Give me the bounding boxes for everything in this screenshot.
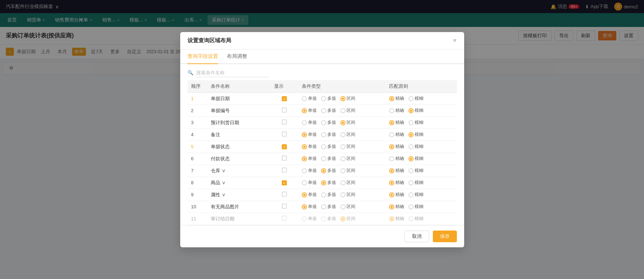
modal-header: 设置查询区域布局 × [180, 32, 464, 50]
tab-query-fields[interactable]: 查询字段设置 [187, 50, 218, 64]
modal-title: 设置查询区域布局 [187, 37, 231, 44]
modal-overlay: 设置查询区域布局 × 查询字段设置 布局调整 🔍 顺序 条件 [0, 0, 644, 78]
modal-close-button[interactable]: × [453, 37, 457, 44]
modal-tabs: 查询字段设置 布局调整 [180, 50, 464, 64]
search-icon: 🔍 [187, 70, 193, 75]
modal-body: 查询字段设置 布局调整 🔍 顺序 条件名称 显示 条件类型 [180, 50, 464, 79]
modal-search-area: 🔍 [180, 64, 464, 79]
search-input[interactable] [196, 68, 269, 77]
modal-dialog: 设置查询区域布局 × 查询字段设置 布局调整 🔍 顺序 条件 [180, 32, 464, 79]
tab-layout-adjust[interactable]: 布局调整 [227, 50, 247, 64]
